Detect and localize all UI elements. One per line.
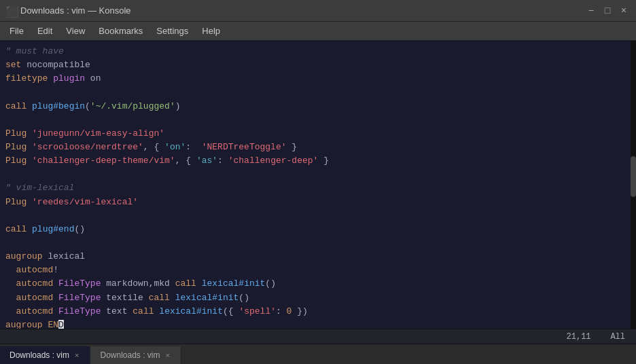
menu-edit[interactable]: Edit: [31, 24, 59, 38]
menu-file[interactable]: File: [3, 24, 31, 38]
tab-1-close[interactable]: ×: [164, 351, 171, 359]
tab-0-label: Downloads : vim: [10, 350, 69, 360]
menu-view[interactable]: View: [59, 24, 92, 38]
menu-settings[interactable]: Settings: [149, 24, 195, 38]
terminal-icon: ⬛: [5, 5, 16, 16]
terminal-area[interactable]: " must have set nocompatible filetype pl…: [0, 41, 636, 329]
menubar: File Edit View Bookmarks Settings Help: [0, 22, 636, 41]
scrollbar[interactable]: [631, 41, 636, 329]
menu-bookmarks[interactable]: Bookmarks: [92, 24, 149, 38]
tab-1[interactable]: Downloads : vim ×: [90, 346, 181, 364]
close-button[interactable]: ×: [617, 4, 631, 18]
menu-help[interactable]: Help: [195, 24, 227, 38]
titlebar-controls[interactable]: − □ ×: [584, 4, 631, 18]
scrollbar-thumb[interactable]: [631, 156, 636, 197]
minimize-button[interactable]: −: [584, 4, 598, 18]
titlebar: ⬛ Downloads : vim — Konsole − □ ×: [0, 0, 636, 22]
tab-1-label: Downloads : vim: [100, 350, 160, 360]
window-title: Downloads : vim — Konsole: [20, 5, 131, 16]
code-content: " must have set nocompatible filetype pl…: [5, 45, 631, 329]
tab-0[interactable]: Downloads : vim ×: [0, 346, 90, 364]
statusbar: 21,11 All: [0, 329, 636, 344]
titlebar-left: ⬛ Downloads : vim — Konsole: [5, 5, 131, 16]
tab-0-close[interactable]: ×: [73, 351, 80, 359]
tabbar: Downloads : vim × Downloads : vim ×: [0, 344, 636, 364]
cursor-position: 21,11 All: [567, 332, 625, 342]
maximize-button[interactable]: □: [601, 4, 614, 18]
